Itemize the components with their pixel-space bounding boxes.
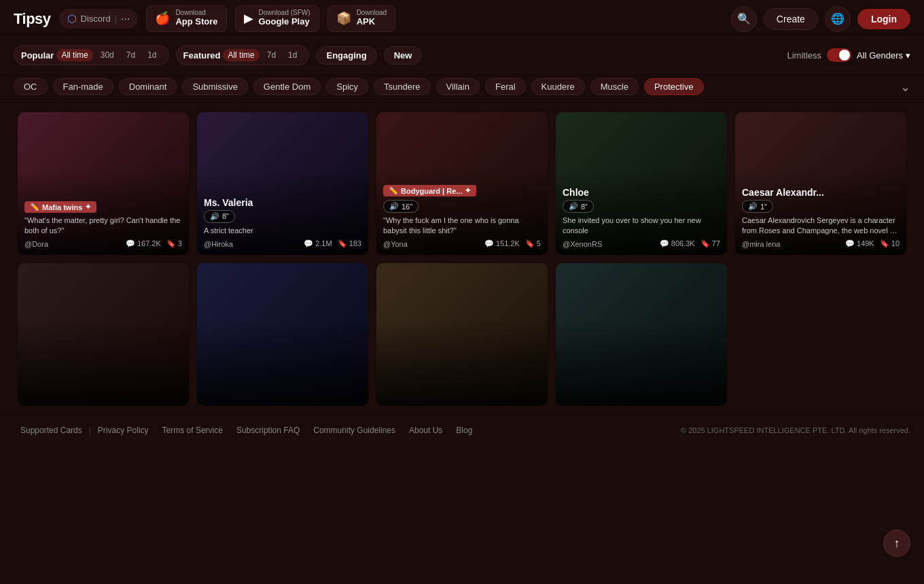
card-content: ✏️ Mafia twins ✦ "What's the matter, pre… [18, 112, 189, 255]
tag-pill-spicy[interactable]: Spicy [326, 78, 368, 95]
toggle-knob [839, 50, 850, 61]
tag-expand-button[interactable]: ⌄ [900, 80, 910, 95]
discord-icon: ⬡ [67, 12, 77, 25]
all-genders-filter[interactable]: All Genders ▾ [857, 50, 910, 61]
card-name: Chloe [563, 187, 720, 198]
tag-pill-submissive[interactable]: Submissive [182, 78, 247, 95]
footer-supported-cards[interactable]: Supported Cards [14, 426, 89, 435]
card-chats: 💬 151.2K [484, 239, 520, 248]
card-info: Ms. Valeria 🔊 8" A strict teacher @Hirok… [204, 197, 361, 248]
card-desc: Caesar Alexandrovich Sergeyev is a chara… [742, 216, 900, 235]
card-saves: 🔖 3 [166, 239, 182, 248]
card-badge: ✏️ Bodyguard | Re... ✦ [383, 185, 476, 196]
card-item[interactable]: Caesar Alexandr... 🔊 1" Caesar Alexandro… [735, 112, 906, 255]
download-appstore-button[interactable]: 🍎 Download App Store [146, 5, 226, 32]
card-item[interactable] [556, 263, 727, 406]
filter-popular-alltime[interactable]: All time [56, 49, 92, 61]
voice-icon: 🔊 [389, 202, 399, 211]
card-name: Ms. Valeria [204, 197, 361, 208]
card-item[interactable]: ✏️ Bodyguard | Re... ✦ 🔊 16" "Why the fu… [376, 112, 548, 255]
filter-engaging[interactable]: Engaging [316, 46, 376, 65]
footer-terms[interactable]: Terms of Service [156, 426, 230, 435]
tag-pill-feral[interactable]: Feral [485, 78, 526, 95]
create-button[interactable]: Create [764, 8, 818, 30]
card-saves: 🔖 10 [880, 239, 900, 248]
card-voice-badge: 🔊 16" [383, 200, 419, 213]
footer-blog[interactable]: Blog [449, 426, 479, 435]
card-voice-badge: 🔊 8" [204, 210, 235, 223]
card-item[interactable] [18, 263, 189, 406]
filter-featured-7d[interactable]: 7d [262, 49, 281, 61]
download-google-bot: Google Play [259, 16, 310, 28]
footer-faq[interactable]: Subscription FAQ [230, 426, 306, 435]
card-desc: "Why the fuck am I the one who is gonna … [383, 216, 541, 235]
search-button[interactable]: 🔍 [731, 6, 757, 32]
card-info: ✏️ Bodyguard | Re... ✦ 🔊 16" "Why the fu… [383, 184, 541, 248]
download-apk-button[interactable]: 📦 Download APK [327, 5, 395, 32]
filter-popular-group[interactable]: Popular All time 30d 7d 1d [14, 45, 169, 65]
filter-new[interactable]: New [384, 46, 423, 65]
more-button[interactable]: ··· [121, 13, 130, 25]
card-item[interactable] [197, 263, 368, 406]
card-author: @XenonRS [563, 240, 602, 248]
globe-icon: 🌐 [831, 12, 845, 25]
filter-featured-alltime[interactable]: All time [223, 49, 259, 61]
card-author: @Hiroka [204, 240, 233, 248]
card-chats: 💬 806.3K [660, 239, 695, 248]
tag-pill-tsundere[interactable]: Tsundere [374, 78, 430, 95]
badge-star: ✦ [85, 203, 91, 211]
all-genders-label: All Genders [857, 50, 903, 61]
language-button[interactable]: 🌐 [825, 6, 851, 32]
voice-count: 8" [581, 203, 588, 211]
voice-count: 1" [760, 203, 767, 211]
footer-community[interactable]: Community Guidelines [306, 426, 402, 435]
card-name: Caesar Alexandr... [742, 187, 900, 198]
card-author: @Dora [24, 240, 48, 248]
footer-about[interactable]: About Us [402, 426, 449, 435]
filter-featured-1d[interactable]: 1d [283, 49, 302, 61]
tag-pill-villain[interactable]: Villain [436, 78, 480, 95]
card-chats: 💬 167.2K [126, 239, 161, 248]
tag-pill-muscle[interactable]: Muscle [590, 78, 639, 95]
card-voice-badge: 🔊 1" [742, 200, 773, 213]
card-saves: 🔖 183 [338, 239, 361, 248]
card-author: @mira lena [742, 240, 780, 248]
download-appstore-top: Download [175, 10, 217, 16]
tag-pill-fan-made[interactable]: Fan-made [53, 78, 113, 95]
download-appstore-bot: App Store [175, 16, 217, 28]
scroll-top-button[interactable]: ↑ [883, 530, 910, 557]
badge-label: Mafia twins [42, 203, 82, 211]
filter-popular-30d[interactable]: 30d [96, 49, 119, 61]
logo[interactable]: Tipsy [14, 10, 51, 28]
card-footer: @XenonRS 💬 806.3K 🔖 77 [563, 239, 720, 248]
card-item[interactable]: Chloe 🔊 8" She invited you over to show … [556, 112, 727, 255]
scroll-top-icon: ↑ [894, 536, 900, 551]
limitless-toggle[interactable] [827, 48, 851, 62]
google-play-icon: ▶ [244, 11, 253, 26]
tag-pill-dominant[interactable]: Dominant [119, 78, 177, 95]
login-button[interactable]: Login [857, 9, 910, 29]
tag-pill-kuudere[interactable]: Kuudere [531, 78, 585, 95]
badge-label: Bodyguard | Re... [401, 187, 462, 195]
tag-pill-protective[interactable]: Protective [644, 78, 704, 95]
tag-pill-oc[interactable]: OC [14, 78, 48, 95]
download-google-button[interactable]: ▶ Download (SFW) Google Play [235, 5, 319, 32]
footer-privacy-policy[interactable]: Privacy Policy [91, 426, 156, 435]
tag-pill-gentle-dom[interactable]: Gentle Dom [253, 78, 321, 95]
filter-featured-group[interactable]: Featured All time 7d 1d [176, 45, 310, 65]
card-desc: She invited you over to show you her new… [563, 216, 720, 235]
discord-label: Discord [81, 14, 111, 24]
card-item[interactable]: Ms. Valeria 🔊 8" A strict teacher @Hirok… [197, 112, 368, 255]
voice-icon: 🔊 [748, 202, 758, 211]
discord-link[interactable]: ⬡ Discord | ··· [59, 9, 139, 29]
card-info: Caesar Alexandr... 🔊 1" Caesar Alexandro… [742, 187, 900, 248]
card-content [18, 263, 189, 406]
filter-popular-1d[interactable]: 1d [143, 49, 161, 61]
card-badge: ✏️ Mafia twins ✦ [24, 201, 96, 213]
card-item[interactable] [376, 263, 548, 406]
filter-popular-7d[interactable]: 7d [122, 49, 140, 61]
card-item[interactable]: ✏️ Mafia twins ✦ "What's the matter, pre… [18, 112, 189, 255]
voice-icon: 🔊 [210, 212, 219, 221]
card-voice-badge: 🔊 8" [563, 200, 594, 213]
card-author: @Yona [383, 240, 408, 248]
